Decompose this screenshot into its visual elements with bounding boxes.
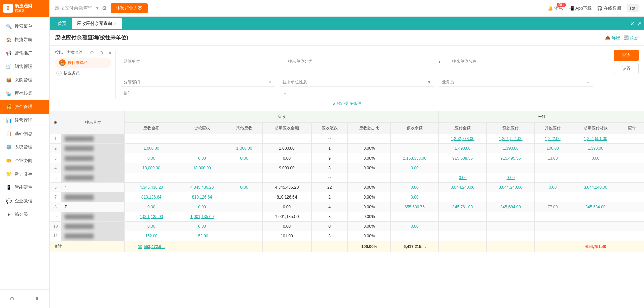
export-btn[interactable]: 📤 导出 [605,35,621,41]
row-ar-advance[interactable]: 0.00 [390,183,438,192]
row-ar-advance[interactable]: 2,153,333.00 [390,153,438,163]
row-ar-amount[interactable]: 810,126.64 [125,192,178,202]
row-ap-overdue[interactable]: 1,390.00 [571,144,620,153]
row-ar-loan[interactable]: 4,345,436.20 [178,183,226,192]
row-ar-other[interactable]: 1,000.00 [226,144,263,153]
row-ap-amount[interactable]: 345,761.00 [439,202,487,212]
sidebar-item-inventory[interactable]: 🏪 库存核算 [0,87,49,100]
total-ar-amount[interactable]: 19,553,472,6... [125,241,178,252]
row-ar-other[interactable]: 0.00 [226,183,263,192]
row-ar-other[interactable]: 0.00 [226,153,263,163]
topbar-user[interactable]: Rit [627,4,639,12]
partner-name-input[interactable] [480,58,606,65]
filter-group-partner[interactable]: 🏪 按往来单位 [55,58,111,68]
salesperson-dots[interactable]: ··· [587,80,590,85]
dept-chevron[interactable]: ▼ [283,91,287,96]
row-ap-loan[interactable]: 3,044,240.00 [487,183,535,192]
row-ap-overdue[interactable]: 3,044,240.00 [571,183,620,192]
settlement-unit-input[interactable] [147,58,274,65]
filter-edit-btn[interactable]: ⊙ [99,50,103,55]
tab-close-window-icon[interactable]: ✕ [630,20,634,27]
topbar-message[interactable]: 🔔 消息 99+ [548,5,563,11]
row-ar-loan[interactable]: 0.00 [178,153,226,163]
collapse-icon[interactable]: ⏸ [32,293,42,305]
topbar-app-download[interactable]: 📲 App下载 [569,5,592,11]
tab-expand-icon[interactable]: ⤢ [637,20,641,27]
sidebar-item-hardware[interactable]: 📱 智能硬件 [0,181,49,194]
tab-close-icon[interactable]: × [114,21,116,26]
row-ap-loan[interactable]: 1,251,551.00 [487,134,535,144]
row-ap-other[interactable]: 100.00 [535,144,571,153]
row-ap-other[interactable]: 13.00 [535,153,571,163]
row-ap-other[interactable]: 77.00 [535,202,571,212]
row-ap-overdue[interactable]: 1,251,551.00 [571,134,620,144]
row-ap-other[interactable]: 1,222.00 [535,134,571,144]
topbar-gear-icon[interactable]: ⚙ [102,5,107,11]
topbar-online-service[interactable]: 🎧 在线客服 [597,5,621,11]
solution-btn[interactable]: 体验行业方案 [111,3,148,13]
partner-category-chevron[interactable]: ▼ [437,59,441,64]
sidebar-item-member[interactable]: ♦ 畅会员 [0,208,49,221]
row-ap-amount[interactable]: 0.00 [439,173,487,183]
row-ar-loan[interactable]: 0.00 [178,202,226,212]
row-ap-loan[interactable]: 0.00 [487,173,535,183]
table-container[interactable]: ⚙ 往来单位 应收 应付 应收金额 贷款应收 其他应收 超期应收金额 应收笔数 … [50,111,644,308]
sidebar-item-marketing[interactable]: 📢 营销推广 [0,46,49,60]
sidebar-item-system[interactable]: ⚙️ 系统管理 [0,140,49,154]
row-ap-overdue[interactable]: 345,684.00 [571,202,620,212]
col-settings-icon[interactable]: ⚙ [50,111,61,134]
row-ar-amount[interactable]: 1,000.00 [125,144,178,153]
row-ar-loan[interactable]: 1,001,135.00 [178,212,226,222]
sidebar-item-search[interactable]: 🔍 搜索菜单 [0,19,49,33]
row-ar-amount[interactable]: 0.00 [125,153,178,163]
settings-bottom-icon[interactable]: ⚙ [7,293,17,305]
topbar-dropdown-icon[interactable]: ▼ [95,6,99,11]
row-ar-advance[interactable]: 0.00 [390,163,438,173]
settlement-unit-dots[interactable]: ··· [274,59,277,64]
row-ap-other[interactable]: 0.00 [535,183,571,192]
row-ar-loan[interactable]: 0.00 [178,222,226,231]
sidebar-item-basic[interactable]: 📋 基础信息 [0,127,49,140]
sidebar-item-purchase[interactable]: 📦 采购管理 [0,73,49,87]
row-ap-amount[interactable]: 3,044,240.00 [439,183,487,192]
row-ar-amount[interactable]: 1,001,135.00 [125,212,178,222]
row-ar-amount[interactable]: 4,345,436.20 [125,183,178,192]
row-ar-advance[interactable]: 0.00 [390,222,438,231]
branch-dept-chevron[interactable]: ▼ [268,80,272,85]
sidebar-item-quicknav[interactable]: 🏠 快捷导航 [0,33,49,46]
sidebar-item-wechat[interactable]: 💬 企业微信 [0,194,49,208]
row-partner: ██████████ [61,222,125,231]
row-ar-amount[interactable]: 0.00 [125,202,178,212]
collapse-more-btn[interactable]: ∧ 收起更多条件 [55,101,639,106]
filter-more-btn[interactable]: « [109,50,111,55]
row-ap-amount[interactable]: 1,490.00 [439,144,487,153]
row-ap-loan[interactable]: 345,684.00 [487,202,535,212]
sidebar-item-enterprise[interactable]: 🤝 企业协同 [0,154,49,167]
row-ar-loan[interactable]: 810,126.64 [178,192,226,202]
row-ap-loan[interactable]: 915,495.56 [487,153,535,163]
row-ar-loan[interactable]: 18,000.00 [178,163,226,173]
row-ar-amount[interactable]: 152.00 [125,231,178,241]
row-ap-amount[interactable]: 1,252,773.00 [439,134,487,144]
row-ar-advance[interactable]: 0.00 [390,192,438,202]
sidebar-item-operation[interactable]: 📊 经营管理 [0,114,49,127]
filter-group-salesperson[interactable]: ○ 按业务员 [55,70,111,76]
export-label: 导出 [612,35,621,41]
row-ar-advance[interactable]: 655,636.75 [390,202,438,212]
refresh-btn[interactable]: 🔄 刷新 [623,35,639,41]
row-ar-amount[interactable]: 0.00 [125,222,178,231]
row-ap-overdue[interactable]: 0.00 [571,153,620,163]
row-ap-amount[interactable]: 915,508.56 [439,153,487,163]
query-button[interactable]: 查询 [614,50,639,61]
row-ar-amount[interactable]: 18,000.00 [125,163,178,173]
tab-home[interactable]: 首页 [52,18,72,29]
row-ar-loan[interactable]: 152.00 [178,231,226,241]
sidebar-item-finance[interactable]: 💰 资金管理 [0,100,49,114]
settings-button[interactable]: 设置 [614,63,639,74]
tab-active[interactable]: 应收应付余额查询 × [72,18,122,29]
filter-add-btn[interactable]: ⊕ [90,50,94,55]
sidebar-item-sales[interactable]: 🛒 销售管理 [0,60,49,73]
sidebar-item-guide[interactable]: 🌟 新手引导 [0,167,49,181]
row-ap-loan[interactable]: 1,390.00 [487,144,535,153]
partner-nature-chevron[interactable]: ▼ [427,80,431,85]
